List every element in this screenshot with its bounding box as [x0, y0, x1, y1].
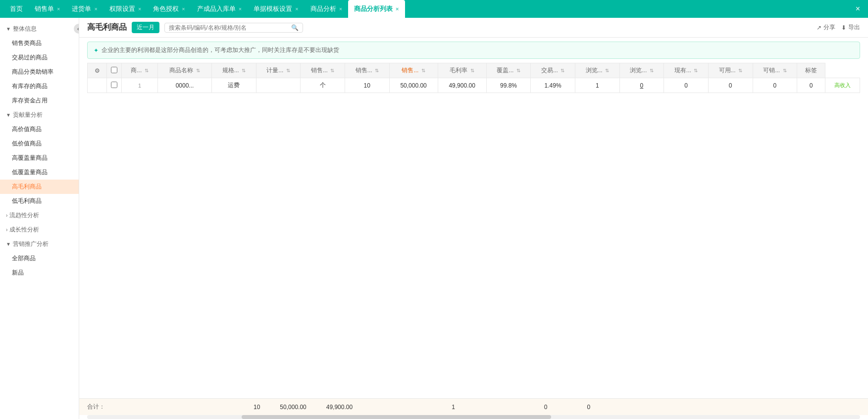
- col-code[interactable]: 商... ⇅: [122, 63, 158, 78]
- cell-index: 1: [122, 78, 158, 93]
- sidebar-item-low-coverage[interactable]: 低覆盖量商品: [0, 165, 79, 180]
- sidebar-item-stock-capital[interactable]: 库存资金占用: [0, 93, 79, 108]
- col-settings[interactable]: ⚙: [88, 63, 107, 78]
- table-footer: 合计： 10 50,000.00 49,900.00 1 0 0: [79, 398, 868, 415]
- sort-icon-transaction: ⇅: [561, 68, 564, 73]
- cell-name: 运费: [212, 78, 256, 93]
- close-tab-permission[interactable]: ×: [138, 6, 141, 12]
- close-tab-analysis[interactable]: ×: [339, 6, 342, 12]
- sidebar-item-high-margin[interactable]: 高毛利商品: [0, 180, 79, 194]
- tab-home[interactable]: 首页: [4, 0, 29, 18]
- col-browse2[interactable]: 浏览... ⇅: [619, 63, 664, 78]
- footer-label: 合计：: [87, 403, 105, 411]
- col-spec[interactable]: 规格... ⇅: [212, 63, 256, 78]
- sidebar-item-traded-goods[interactable]: 交易过的商品: [0, 50, 79, 65]
- tab-product-analysis-list[interactable]: 商品分析列表 ×: [348, 0, 405, 18]
- select-all-checkbox[interactable]: [111, 67, 117, 73]
- info-text: 企业的主要的利润都是这部分商品创造的，可考虑加大推广，同时关注库存是不要出现缺货: [102, 46, 339, 54]
- section-arrow-overall: ▼: [6, 26, 11, 32]
- cell-checkbox[interactable]: [107, 78, 122, 93]
- top-nav: 首页 销售单 × 进货单 × 权限设置 × 角色授权 × 产成品入库单 × 单据…: [0, 0, 868, 18]
- sort-icon-spec: ⇅: [242, 68, 246, 73]
- cell-available-stock: 0: [753, 78, 797, 93]
- section-arrow-contribution: ▼: [6, 112, 11, 118]
- col-browse1[interactable]: 浏览... ⇅: [575, 63, 619, 78]
- sidebar-item-high-value[interactable]: 高价值商品: [0, 122, 79, 137]
- scrollbar-thumb[interactable]: [242, 415, 551, 419]
- main-layout: « ▼ 整体信息 销售类商品 交易过的商品 商品分类助销率 有库存的商品 库存资…: [0, 18, 868, 419]
- close-tab-template[interactable]: ×: [295, 6, 298, 12]
- sort-icon-qty: ⇅: [330, 68, 334, 73]
- row-checkbox[interactable]: [111, 82, 117, 88]
- col-coverage[interactable]: 覆盖... ⇅: [486, 63, 531, 78]
- tab-permission-settings[interactable]: 权限设置 ×: [103, 0, 147, 18]
- sort-icon-code: ⇅: [145, 68, 149, 73]
- col-sales-amount[interactable]: 销售... ⇅: [345, 63, 389, 78]
- cell-sales-qty: 10: [345, 78, 389, 93]
- col-unit[interactable]: 计量... ⇅: [256, 63, 301, 78]
- sidebar-item-low-value[interactable]: 低价值商品: [0, 137, 79, 151]
- sidebar-item-category-rate[interactable]: 商品分类助销率: [0, 65, 79, 79]
- footer-transaction: 1: [452, 404, 455, 411]
- col-sales-profit[interactable]: 销售... ⇅: [389, 63, 438, 78]
- sidebar-section-marketing-label: 营销推广分析: [13, 240, 49, 248]
- sort-icon-available: ⇅: [738, 68, 742, 73]
- sidebar-item-all-goods[interactable]: 全部商品: [0, 251, 79, 266]
- col-sales-qty[interactable]: 销售... ⇅: [301, 63, 345, 78]
- tab-sales-order[interactable]: 销售单 ×: [29, 0, 66, 18]
- col-available-stock[interactable]: 可用... ⇅: [708, 63, 753, 78]
- sidebar-section-contribution-label: 贡献量分析: [13, 111, 43, 119]
- content-area: 高毛利商品 近一月 🔍 ↗ 分享 ⬇ 导出 ✦ 企业的主要的利润都是这部分商品创…: [79, 18, 868, 419]
- filter-period-btn[interactable]: 近一月: [132, 22, 159, 33]
- cell-sellable-stock: 0: [797, 78, 825, 93]
- sidebar-section-flow[interactable]: › 流趋性分析: [0, 208, 79, 223]
- table-header-row: ⚙ 商... ⇅ 商品名称 ⇅ 规格...: [88, 63, 860, 78]
- col-transaction[interactable]: 交易... ⇅: [531, 63, 575, 78]
- sidebar-section-marketing[interactable]: ▼ 营销推广分析: [0, 237, 79, 251]
- sidebar-section-overall[interactable]: ▼ 整体信息: [0, 22, 79, 36]
- horizontal-scrollbar[interactable]: [87, 415, 860, 419]
- search-input[interactable]: [169, 24, 289, 31]
- col-current-stock[interactable]: 现有... ⇅: [664, 63, 709, 78]
- sidebar-section-growth-label: 成长性分析: [9, 226, 39, 234]
- close-tab-purchase-order[interactable]: ×: [94, 6, 97, 12]
- col-gross-margin[interactable]: 毛利率 ⇅: [438, 63, 486, 78]
- sidebar-item-stocked-goods[interactable]: 有库存的商品: [0, 79, 79, 93]
- sidebar-section-contribution[interactable]: ▼ 贡献量分析: [0, 108, 79, 122]
- sidebar-item-new-goods[interactable]: 新品: [0, 266, 79, 280]
- col-checkbox[interactable]: [107, 63, 122, 78]
- tab-purchase-order[interactable]: 进货单 ×: [66, 0, 103, 18]
- info-banner: ✦ 企业的主要的利润都是这部分商品创造的，可考虑加大推广，同时关注库存是不要出现…: [87, 42, 860, 59]
- close-tab-analysis-list[interactable]: ×: [396, 6, 399, 12]
- close-tab-product-inbound[interactable]: ×: [239, 6, 242, 12]
- sidebar-item-high-coverage[interactable]: 高覆盖量商品: [0, 151, 79, 165]
- sort-icon-coverage: ⇅: [516, 68, 520, 73]
- cell-browse1[interactable]: 0: [619, 78, 664, 93]
- cell-sales-profit: 49,900.00: [438, 78, 486, 93]
- table-row: 1 0000... 运费 个: [88, 78, 860, 93]
- tab-role-auth[interactable]: 角色授权 ×: [147, 0, 191, 18]
- sidebar-item-low-margin[interactable]: 低毛利商品: [0, 194, 79, 208]
- sort-icon-browse1: ⇅: [605, 68, 609, 73]
- section-arrow-growth: ›: [6, 227, 7, 233]
- share-btn[interactable]: ↗ 分享: [817, 23, 835, 32]
- close-tab-sales-order[interactable]: ×: [57, 6, 60, 12]
- sort-icon-browse2: ⇅: [650, 68, 654, 73]
- sidebar-item-sales-goods[interactable]: 销售类商品: [0, 36, 79, 50]
- tab-product-inbound[interactable]: 产成品入库单 ×: [191, 0, 248, 18]
- col-name[interactable]: 商品名称 ⇅: [157, 63, 211, 78]
- export-btn[interactable]: ⬇ 导出: [841, 23, 860, 32]
- close-tab-role-auth[interactable]: ×: [182, 6, 185, 12]
- cell-settings: [88, 78, 107, 93]
- tab-template-settings[interactable]: 单据模板设置 ×: [248, 0, 304, 18]
- section-arrow-flow: ›: [6, 213, 7, 218]
- close-all-tabs[interactable]: ×: [852, 4, 864, 13]
- col-sellable-stock[interactable]: 可销... ⇅: [753, 63, 797, 78]
- col-tag[interactable]: 标签: [797, 63, 825, 78]
- export-icon: ⬇: [841, 24, 846, 31]
- sidebar-section-growth[interactable]: › 成长性分析: [0, 223, 79, 237]
- page-title: 高毛利商品: [87, 22, 127, 33]
- sort-icon-unit: ⇅: [286, 68, 290, 73]
- footer-sales-qty: 10: [254, 404, 260, 411]
- tab-product-analysis[interactable]: 商品分析 ×: [305, 0, 348, 18]
